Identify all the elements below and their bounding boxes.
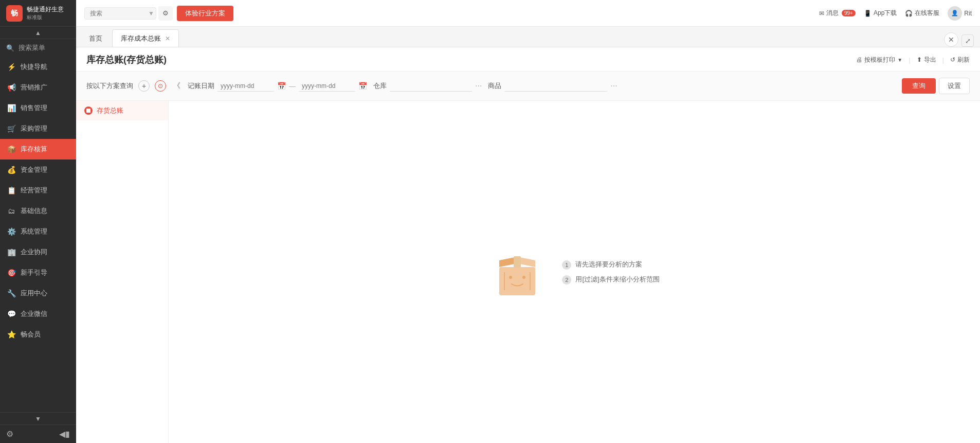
sidebar-bottom: ⚙ ◀▮ bbox=[0, 424, 76, 443]
empty-inner: 1 请先选择要分析的方案 2 用[过滤]条件来缩小分析范围 bbox=[489, 244, 659, 300]
scheme-dot bbox=[84, 107, 93, 115]
message-badge: 99+ bbox=[842, 10, 856, 16]
filter-add-btn[interactable]: + bbox=[138, 80, 150, 92]
scroll-down-btn[interactable]: ▼ bbox=[0, 412, 76, 424]
app-download-action[interactable]: 📱 App下载 bbox=[864, 9, 897, 17]
topbar-right: ✉ 消息 99+ 📱 App下载 🎧 在线客服 👤 Rit bbox=[819, 6, 972, 21]
empty-tips: 1 请先选择要分析的方案 2 用[过滤]条件来缩小分析范围 bbox=[562, 260, 659, 285]
scroll-up-btn[interactable]: ▲ bbox=[0, 27, 76, 39]
export-icon: ⬆ bbox=[917, 56, 922, 63]
warehouse-label: 仓库 bbox=[373, 81, 387, 91]
topbar-dropdown-icon[interactable]: ▼ bbox=[148, 10, 154, 17]
filter-top-row: 按以下方案查询 + ⊙ 《 记账日期 📅 — 📅 bbox=[86, 78, 970, 94]
date-start-icon[interactable]: 📅 bbox=[277, 82, 286, 90]
panel-expand-btn[interactable]: ⤢ bbox=[961, 34, 974, 47]
sidebar-item-operation[interactable]: 📋 经营管理 bbox=[0, 180, 76, 201]
filter-collapse-btn[interactable]: 《 bbox=[171, 80, 183, 92]
warehouse-input[interactable] bbox=[390, 81, 472, 92]
warehouse-more-btn[interactable]: ··· bbox=[475, 81, 482, 91]
date-field: 记账日期 📅 — 📅 bbox=[188, 81, 367, 92]
scheme-item-stock-ledger[interactable]: 存货总账 bbox=[76, 101, 168, 120]
refresh-icon: ↺ bbox=[950, 56, 955, 63]
marketing-icon: 📢 bbox=[6, 82, 16, 93]
sidebar-item-system[interactable]: ⚙️ 系统管理 bbox=[0, 221, 76, 242]
product-input[interactable] bbox=[504, 81, 607, 92]
sidebar-item-finance[interactable]: 💰 资金管理 bbox=[0, 160, 76, 180]
sidebar-item-sales[interactable]: 📊 销售管理 bbox=[0, 98, 76, 118]
sidebar-item-basic[interactable]: 🗂 基础信息 bbox=[0, 201, 76, 221]
operation-icon: 📋 bbox=[6, 185, 16, 196]
refresh-btn[interactable]: ↺ 刷新 bbox=[950, 56, 970, 64]
topbar-gear-btn[interactable]: ⚙ bbox=[158, 6, 173, 21]
logo-icon: 畅 bbox=[6, 5, 23, 22]
sales-icon: 📊 bbox=[6, 103, 16, 113]
search-menu-item[interactable]: 🔍 搜索菜单 bbox=[0, 39, 76, 57]
sidebar-item-quick-nav[interactable]: ⚡ 快捷导航 bbox=[0, 57, 76, 77]
sidebar-item-marketing[interactable]: 📢 营销推广 bbox=[0, 77, 76, 98]
sidebar-item-wechat[interactable]: 💬 企业微信 bbox=[0, 304, 76, 324]
tab-close-btn[interactable]: ✕ bbox=[165, 35, 170, 42]
filter-fields: 记账日期 📅 — 📅 仓库 ··· bbox=[188, 78, 970, 94]
export-btn[interactable]: ⬆ 导出 bbox=[917, 56, 936, 64]
page-panel: 库存总账(存货总账) 🖨 按模板打印 ▼ | ⬆ 导出 | ↺ bbox=[76, 47, 980, 443]
tip-2-num: 2 bbox=[562, 275, 571, 285]
page-header: 库存总账(存货总账) 🖨 按模板打印 ▼ | ⬆ 导出 | ↺ bbox=[76, 47, 980, 72]
empty-illustration bbox=[489, 244, 546, 300]
inventory-icon: 📦 bbox=[6, 144, 16, 154]
apps-icon: 🔧 bbox=[6, 288, 16, 298]
system-icon: ⚙️ bbox=[6, 226, 16, 237]
sound-icon[interactable]: ◀▮ bbox=[59, 429, 70, 439]
industry-btn[interactable]: 体验行业方案 bbox=[177, 6, 233, 21]
sidebar-item-purchase[interactable]: 🛒 采购管理 bbox=[0, 118, 76, 139]
search-btn[interactable]: 查询 bbox=[902, 78, 936, 94]
date-end-icon[interactable]: 📅 bbox=[358, 82, 367, 90]
message-action[interactable]: ✉ 消息 99+ bbox=[819, 9, 856, 17]
wechat-icon: 💬 bbox=[6, 309, 16, 319]
finance-icon: 💰 bbox=[6, 165, 16, 175]
online-service-action[interactable]: 🎧 在线客服 bbox=[905, 9, 939, 17]
avatar: 👤 bbox=[948, 6, 962, 21]
tip-1-num: 1 bbox=[562, 260, 571, 270]
tab-inventory-ledger[interactable]: 库存成本总账 ✕ bbox=[112, 29, 179, 47]
sidebar-item-enterprise[interactable]: 🏢 企业协同 bbox=[0, 242, 76, 262]
tabbar: 首页 库存成本总账 ✕ ✕ ⤢ bbox=[76, 27, 980, 47]
user-info[interactable]: 👤 Rit bbox=[948, 6, 972, 21]
product-label: 商品 bbox=[488, 81, 501, 91]
search-icon: 🔍 bbox=[6, 44, 14, 52]
content-area: 库存总账(存货总账) 🖨 按模板打印 ▼ | ⬆ 导出 | ↺ bbox=[76, 47, 980, 443]
empty-tip-1: 1 请先选择要分析的方案 bbox=[562, 260, 659, 270]
phone-icon: 📱 bbox=[864, 10, 872, 17]
logo-text: 畅捷通好生意 标准版 bbox=[27, 6, 64, 21]
sidebar-item-apps[interactable]: 🔧 应用中心 bbox=[0, 283, 76, 304]
date-label: 记账日期 bbox=[188, 81, 214, 91]
sidebar-item-member[interactable]: ⭐ 畅会员 bbox=[0, 324, 76, 345]
filter-actions-right: 查询 设置 bbox=[898, 78, 970, 94]
print-icon: 🖨 bbox=[856, 56, 862, 63]
svg-point-3 bbox=[509, 276, 512, 279]
filter-scheme-btn[interactable]: ⊙ bbox=[155, 80, 166, 92]
date-end-input[interactable] bbox=[299, 81, 355, 92]
product-more-btn[interactable]: ··· bbox=[610, 81, 617, 91]
sidebar-item-guide[interactable]: 🎯 新手引导 bbox=[0, 262, 76, 283]
message-icon: ✉ bbox=[819, 10, 824, 17]
sidebar: 畅 畅捷通好生意 标准版 ▲ 🔍 搜索菜单 ⚡ 快捷导航 📢 营销推广 📊 销售… bbox=[0, 0, 76, 443]
panel-close-btn[interactable]: ✕ bbox=[944, 32, 958, 47]
product-field: 商品 ··· bbox=[488, 81, 617, 92]
sidebar-nav: ⚡ 快捷导航 📢 营销推广 📊 销售管理 🛒 采购管理 📦 库存核算 💰 资金管… bbox=[0, 57, 76, 412]
topbar-search-input[interactable] bbox=[84, 7, 156, 20]
settings-bottom-icon[interactable]: ⚙ bbox=[6, 429, 13, 439]
tip-2-text: 用[过滤]条件来缩小分析范围 bbox=[575, 275, 659, 284]
tab-home[interactable]: 首页 bbox=[80, 29, 111, 47]
sidebar-item-inventory[interactable]: 📦 库存核算 bbox=[0, 139, 76, 160]
page-title: 库存总账(存货总账) bbox=[86, 54, 167, 66]
app-logo: 畅 畅捷通好生意 标准版 bbox=[0, 0, 76, 27]
print-template-btn[interactable]: 🖨 按模板打印 ▼ bbox=[856, 56, 902, 64]
topbar-left: ▼ ⚙ 体验行业方案 bbox=[84, 6, 233, 21]
date-start-input[interactable] bbox=[217, 81, 274, 92]
svg-rect-0 bbox=[86, 109, 90, 113]
settings-btn[interactable]: 设置 bbox=[939, 78, 970, 94]
filter-label: 按以下方案查询 bbox=[86, 81, 133, 91]
quick-nav-icon: ⚡ bbox=[6, 62, 16, 72]
topbar-search-area: ▼ bbox=[84, 7, 154, 20]
tip-1-text: 请先选择要分析的方案 bbox=[575, 260, 642, 269]
